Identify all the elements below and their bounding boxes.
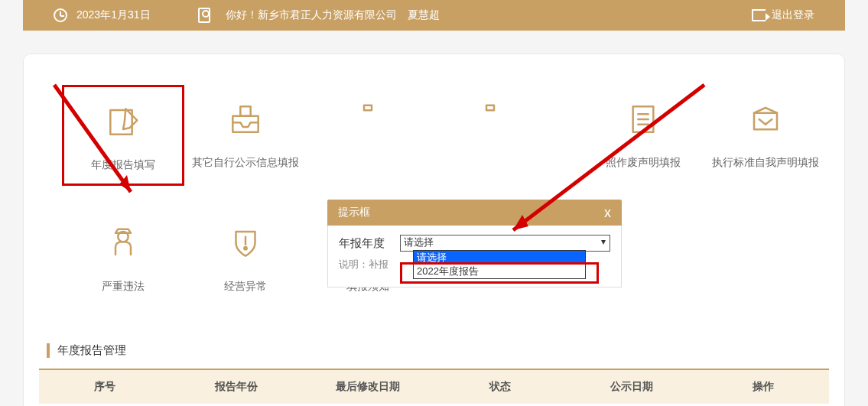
shield-warning-icon	[226, 224, 265, 262]
nav-serious-violation[interactable]: 严重违法	[62, 209, 184, 305]
year-select[interactable]: 请选择	[400, 235, 610, 252]
stamp-icon	[349, 100, 387, 138]
dropdown-option-placeholder[interactable]: 请选择	[414, 251, 585, 265]
nav-label: 严重违法	[66, 280, 180, 294]
th-modified: 最后修改日期	[302, 380, 434, 394]
svg-rect-1	[232, 116, 258, 132]
police-icon	[104, 224, 142, 262]
table-header: 序号 报告年份 最后修改日期 状态 公示日期 操作	[39, 369, 829, 404]
nav-abnormal-operation[interactable]: 经营异常	[184, 209, 307, 305]
document-lines-icon	[624, 100, 662, 138]
svg-point-12	[244, 247, 246, 249]
dropdown-option-2022[interactable]: 2022年度报告	[414, 265, 585, 278]
modal-header: 提示框 x	[327, 200, 622, 226]
edit-document-icon	[104, 102, 142, 141]
nav-label: 其它自行公示信息填报	[188, 156, 303, 170]
nav-void-declaration[interactable]: 照作废声明填报	[582, 85, 704, 186]
section-title: 年度报告管理	[47, 343, 837, 358]
date-text: 2023年1月31日	[76, 8, 151, 22]
th-status: 状态	[434, 380, 566, 394]
th-year: 报告年份	[171, 380, 302, 394]
logout-button[interactable]: 退出登录	[752, 8, 814, 22]
svg-rect-9	[754, 113, 777, 130]
greeting-text: 你好！新乡市君正人力资源有限公司 夏慧超	[226, 8, 440, 22]
year-dropdown[interactable]: 请选择 2022年度报告	[413, 250, 586, 279]
th-index: 序号	[39, 380, 171, 394]
inbox-icon	[226, 100, 265, 138]
logout-icon	[752, 9, 766, 21]
clock-icon	[54, 8, 67, 22]
th-publish-date: 公示日期	[566, 380, 697, 394]
svg-rect-2	[240, 106, 250, 116]
main-card: 年度报告填写 其它自行公示信息填报	[23, 54, 845, 406]
nav-hidden-1[interactable]	[307, 85, 429, 186]
nav-label: 年度报告填写	[68, 158, 178, 172]
th-action: 操作	[697, 380, 829, 394]
year-label: 年报年度	[339, 236, 400, 251]
svg-rect-4	[486, 106, 494, 111]
envelope-icon	[746, 100, 785, 138]
nav-annual-report[interactable]: 年度报告填写	[62, 85, 184, 186]
svg-rect-0	[110, 110, 132, 135]
document-icon	[471, 100, 509, 138]
nav-standard-declaration[interactable]: 执行标准自我声明填报	[704, 85, 827, 186]
modal-close-button[interactable]: x	[604, 205, 611, 221]
top-bar: 2023年1月31日 你好！新乡市君正人力资源有限公司 夏慧超 退出登录	[23, 0, 845, 31]
nav-label: 经营异常	[188, 280, 303, 294]
nav-label: 照作废声明填报	[586, 156, 701, 170]
nav-hidden-2[interactable]	[429, 85, 551, 186]
user-icon	[198, 8, 210, 23]
svg-rect-3	[364, 106, 372, 111]
nav-label: 执行标准自我声明填报	[708, 156, 823, 170]
modal-title: 提示框	[338, 206, 370, 219]
nav-hidden-3	[551, 85, 582, 186]
logout-label: 退出登录	[772, 8, 814, 22]
nav-other-disclosure[interactable]: 其它自行公示信息填报	[184, 85, 307, 186]
